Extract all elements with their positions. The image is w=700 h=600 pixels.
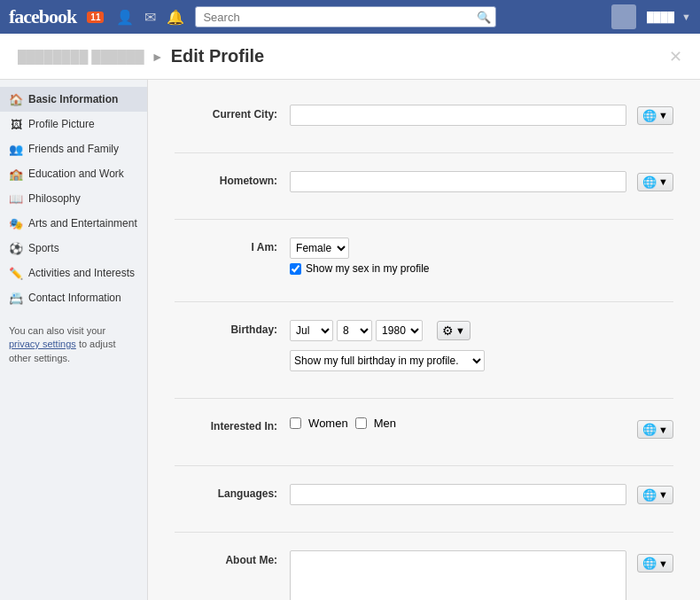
birthday-section: Birthday: JanFebMarApr MayJunJulAug SepO… [175,313,673,399]
birthday-month-select[interactable]: JanFebMarApr MayJunJulAug SepOctNovDec [290,320,333,341]
sidebar-item-contact[interactable]: 📇 Contact Information [0,285,147,310]
sidebar-label-arts: Arts and Entertainment [28,217,137,230]
hometown-privacy-button[interactable]: 🌐 ▼ [637,173,673,191]
sidebar-item-basic-information[interactable]: 🏠 Basic Information [0,87,147,112]
privacy-settings-link[interactable]: privacy settings [9,339,76,349]
hometown-row: Hometown: 🌐 ▼ [175,164,673,199]
top-navigation: facebook 11 👤 ✉ 🔔 🔍 ████ ▼ [0,0,700,34]
sidebar-item-education-work[interactable]: 🏫 Education and Work [0,161,147,186]
current-city-input[interactable] [290,105,626,126]
hometown-controls: 🌐 ▼ [290,171,673,192]
about-me-controls: 🌐 ▼ [290,550,673,600]
languages-section: Languages: 🌐 ▼ [175,477,673,533]
sidebar-item-friends-family[interactable]: 👥 Friends and Family [0,136,147,161]
interested-in-controls: Women Men [290,417,632,430]
interested-women-checkbox[interactable] [290,417,301,429]
women-label: Women [308,417,348,430]
i-am-controls: Female Male Show my sex in my profile [290,238,673,275]
philosophy-icon: 📖 [9,191,23,206]
page-title: Edit Profile [171,46,265,66]
show-sex-checkbox[interactable] [290,263,301,275]
contact-icon: 📇 [9,291,23,305]
sidebar-item-profile-picture[interactable]: 🖼 Profile Picture [0,112,147,136]
interested-in-section: Interested In: Women Men 🌐 ▼ [175,409,673,466]
interested-in-privacy-button[interactable]: 🌐 ▼ [637,420,673,439]
about-me-textarea[interactable] [290,550,626,600]
birthday-day-select[interactable]: 1234 5678 9101112 [337,320,372,341]
notifications-icon[interactable]: 🔔 [167,9,184,26]
about-privacy-arrow: ▼ [658,558,668,569]
birthday-date-row: JanFebMarApr MayJunJulAug SepOctNovDec 1… [290,320,423,341]
about-me-label: About Me: [175,550,290,566]
search-input[interactable] [195,6,496,27]
breadcrumb-bar: ████████ ██████ ► Edit Profile ✕ [0,34,700,80]
interested-privacy-arrow: ▼ [658,425,668,435]
sidebar: 🏠 Basic Information 🖼 Profile Picture 👥 … [0,80,148,600]
friends-family-icon: 👥 [9,142,23,156]
globe-icon-interested: 🌐 [642,423,657,436]
languages-row: Languages: 🌐 ▼ [175,477,673,512]
sidebar-label-profile-picture: Profile Picture [28,118,95,130]
languages-privacy-button[interactable]: 🌐 ▼ [637,486,673,504]
main-area: 🏠 Basic Information 🖼 Profile Picture 👥 … [0,80,700,600]
languages-input[interactable] [290,484,626,505]
avatar[interactable] [611,4,636,29]
sidebar-label-basic-information: Basic Information [28,93,118,105]
sidebar-item-arts-entertainment[interactable]: 🎭 Arts and Entertainment [0,211,147,236]
show-sex-row: Show my sex in my profile [290,262,429,275]
about-me-privacy-button[interactable]: 🌐 ▼ [637,554,673,573]
birthday-controls: JanFebMarApr MayJunJulAug SepOctNovDec 1… [290,320,673,371]
birthday-privacy-button[interactable]: ⚙ ▼ [437,321,471,340]
interested-in-label: Interested In: [175,417,290,432]
birthday-privacy-arrow: ▼ [455,325,465,336]
globe-icon: 🌐 [642,109,657,122]
current-city-label: Current City: [175,105,290,121]
show-sex-label: Show my sex in my profile [306,262,429,275]
birthday-row: Birthday: JanFebMarApr MayJunJulAug SepO… [175,313,673,378]
about-me-section: About Me: 🌐 ▼ [175,543,673,600]
breadcrumb-username[interactable]: ████████ ██████ [18,50,144,64]
sidebar-label-philosophy: Philosophy [28,192,81,205]
i-am-label: I Am: [175,238,290,253]
show-birthday-select[interactable]: Show my full birthday in my profile. Sho… [290,350,485,371]
sidebar-item-sports[interactable]: ⚽ Sports [0,236,147,261]
notification-badge[interactable]: 11 [87,12,104,23]
facebook-logo: facebook [9,5,76,28]
men-label: Men [374,417,396,430]
languages-label: Languages: [175,484,290,500]
sidebar-item-activities[interactable]: ✏️ Activities and Interests [0,261,147,285]
interested-in-row: Interested In: Women Men 🌐 ▼ [175,409,673,446]
current-city-privacy-button[interactable]: 🌐 ▼ [637,106,673,125]
messages-icon[interactable]: ✉ [144,9,156,26]
close-icon[interactable]: ✕ [669,47,682,66]
languages-privacy-arrow: ▼ [658,489,668,500]
birthday-label: Birthday: [175,320,290,336]
sidebar-label-activities: Activities and Interests [28,267,135,279]
hometown-label: Hometown: [175,171,290,187]
sidebar-note: You can also visit your privacy settings… [0,316,147,374]
search-wrapper: 🔍 [195,6,496,27]
languages-controls: 🌐 ▼ [290,484,673,505]
globe-icon-hometown: 🌐 [642,175,657,189]
i-am-select[interactable]: Female Male [290,238,349,259]
interested-men-checkbox[interactable] [355,417,367,429]
activities-icon: ✏️ [9,266,23,280]
birthday-privacy-icon: ⚙ [442,323,454,338]
privacy-dropdown-arrow-hometown: ▼ [658,176,668,187]
basic-information-icon: 🏠 [9,92,23,106]
globe-icon-about: 🌐 [642,557,657,570]
nav-dropdown-icon[interactable]: ▼ [681,12,691,22]
search-icon: 🔍 [477,11,491,24]
privacy-dropdown-arrow: ▼ [658,110,668,121]
hometown-section: Hometown: 🌐 ▼ [175,164,673,220]
i-am-section: I Am: Female Male Show my sex in my prof… [175,230,673,302]
content-area: Current City: 🌐 ▼ Hometown: [148,80,700,600]
hometown-input[interactable] [290,171,626,192]
birthday-show-row: Show my full birthday in my profile. Sho… [290,350,485,371]
arts-icon: 🎭 [9,216,23,230]
about-me-row: About Me: 🌐 ▼ [175,543,673,600]
sidebar-item-philosophy[interactable]: 📖 Philosophy [0,186,147,211]
nav-username: ████ [647,12,674,22]
friend-requests-icon[interactable]: 👤 [116,9,134,26]
birthday-year-select[interactable]: 1980197919781977 [376,320,423,341]
